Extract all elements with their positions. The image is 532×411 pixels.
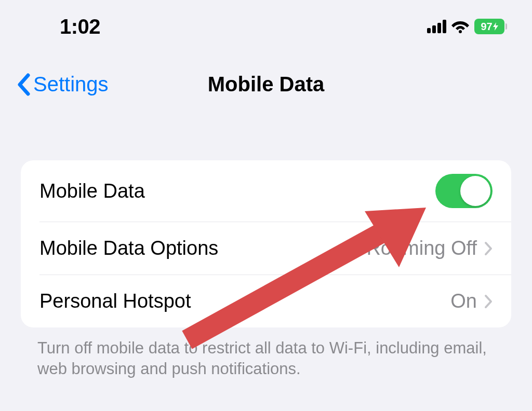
row-label-options: Mobile Data Options (39, 237, 218, 259)
cellular-signal-icon (427, 20, 446, 33)
row-mobile-data-options[interactable]: Mobile Data Options Roaming Off (39, 222, 511, 275)
battery-percent: 97 (481, 21, 492, 33)
back-label: Settings (33, 73, 109, 96)
page-title: Mobile Data (208, 73, 324, 96)
chevron-right-icon (484, 241, 493, 256)
charging-icon (493, 22, 498, 31)
row-label-mobile-data: Mobile Data (39, 180, 145, 202)
mobile-data-toggle[interactable] (435, 174, 493, 208)
settings-group: Mobile Data Mobile Data Options Roaming … (21, 160, 511, 327)
wifi-icon (451, 20, 469, 33)
row-value-options: Roaming Off (366, 237, 477, 259)
status-indicators: 97 (427, 19, 507, 34)
row-mobile-data: Mobile Data (21, 160, 511, 222)
nav-header: Settings Mobile Data (0, 47, 532, 108)
back-button[interactable]: Settings (17, 73, 109, 96)
status-time: 1:02 (60, 15, 100, 38)
row-value-hotspot: On (450, 290, 477, 312)
row-label-hotspot: Personal Hotspot (39, 290, 191, 312)
chevron-right-icon (484, 294, 493, 309)
section-footer-text: Turn off mobile data to restrict all dat… (37, 338, 495, 380)
row-personal-hotspot[interactable]: Personal Hotspot On (39, 275, 511, 327)
svg-point-0 (459, 30, 462, 33)
battery-indicator: 97 (474, 19, 507, 34)
status-bar: 1:02 97 (0, 0, 532, 47)
chevron-left-icon (17, 73, 30, 96)
